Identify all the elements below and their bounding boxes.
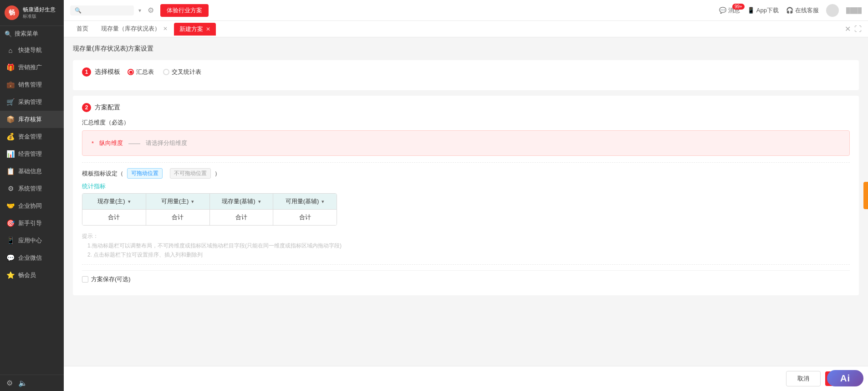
app-edition: 标准版 <box>23 13 56 20</box>
stats-col-0-header-label: 现存量(主) <box>97 197 125 206</box>
tab-home-label: 首页 <box>77 25 88 33</box>
tips-area: 提示： 1.拖动标题栏可以调整布局，不可跨维度或指标区域拖动栏目字段(只能在同一… <box>82 232 850 259</box>
sidebar-item-new-guide[interactable]: 🎯 新手引导 <box>0 215 64 232</box>
dimension-section-label: 汇总维度（必选） <box>82 118 850 127</box>
username-label: ████ <box>846 7 862 14</box>
divider2 <box>82 264 850 265</box>
stats-col-1: 可用量(主) ▾ 合计 <box>146 194 210 225</box>
main-area: 🔍 ▾ ⚙ 体验行业方案 💬 消息 99+ 📱 App下载 🎧 在线客服 ███… <box>64 0 868 391</box>
indicator-chip-movable: 可拖动位置 <box>127 168 163 179</box>
inventory-icon: 📦 <box>6 115 15 123</box>
sidebar-search-menu[interactable]: 🔍 搜索菜单 <box>0 26 64 41</box>
step1-badge: 1 <box>82 67 91 77</box>
message-btn[interactable]: 💬 消息 99+ <box>719 6 740 15</box>
step1-header: 1 选择模板 汇总表 交叉统计表 <box>82 67 850 77</box>
step1-card: 1 选择模板 汇总表 交叉统计表 <box>73 60 859 90</box>
sound-icon[interactable]: 🔈 <box>18 379 27 387</box>
chevron-down-icon-0: ▾ <box>128 199 131 205</box>
sidebar-item-basic-info[interactable]: 📋 基础信息 <box>0 163 64 180</box>
stats-col-2-header-label: 现存量(基辅) <box>222 197 255 206</box>
sidebar-item-label: 企业微信 <box>18 254 42 262</box>
stats-col-0-header[interactable]: 现存量(主) ▾ <box>82 194 146 210</box>
topbar-search-icon: 🔍 <box>75 7 82 14</box>
app-logo-icon: 畅 <box>5 5 19 20</box>
sidebar-item-member[interactable]: ⭐ 畅会员 <box>0 267 64 284</box>
stats-col-1-body: 合计 <box>146 210 209 225</box>
right-panel-handle[interactable] <box>863 182 868 209</box>
stats-col-3: 可用量(基辅) ▾ 合计 <box>273 194 337 225</box>
save-checkbox[interactable] <box>82 276 88 283</box>
stats-col-3-header-label: 可用量(基辅) <box>286 197 319 206</box>
radio-cross-label: 交叉统计表 <box>172 68 201 76</box>
indicator-chip-fixed: 不可拖动位置 <box>170 168 211 179</box>
stats-col-1-header[interactable]: 可用量(主) ▾ <box>146 194 209 210</box>
member-icon: ⭐ <box>6 271 15 279</box>
user-avatar[interactable] <box>826 4 839 17</box>
radio-summary[interactable]: 汇总表 <box>128 68 154 76</box>
tab-inventory[interactable]: 现存量（库存状况表） ✕ <box>95 22 174 36</box>
topbar-gear-icon[interactable]: ⚙ <box>148 6 154 15</box>
sidebar-nav: ⌂ 快捷导航 🎁 营销推广 💼 销售管理 🛒 采购管理 📦 库存核算 💰 资金管… <box>0 41 64 375</box>
dimension-vertical-label: 纵向维度 <box>99 139 123 147</box>
cart-icon: 🛒 <box>6 98 15 106</box>
home-icon: ⌂ <box>6 46 15 54</box>
sidebar-item-label: 企业协同 <box>18 202 42 210</box>
save-label: 方案保存(可选) <box>91 275 131 283</box>
sidebar-item-inventory[interactable]: 📦 库存核算 <box>0 111 64 128</box>
sales-icon: 💼 <box>6 81 15 89</box>
sidebar-item-quick-nav[interactable]: ⌂ 快捷导航 <box>0 41 64 59</box>
app-icon: 📱 <box>6 237 15 245</box>
tips-item-0: 1.拖动标题栏可以调整布局，不可跨维度或指标区域拖动栏目字段(只能在同一维度或指… <box>82 242 850 250</box>
stats-col-2-body: 合计 <box>210 210 273 225</box>
stats-col-2-header[interactable]: 现存量(基辅) ▾ <box>210 194 273 210</box>
close-window-btn[interactable]: ✕ <box>845 25 851 33</box>
chart-icon: 📊 <box>6 150 15 158</box>
wechat-icon: 💬 <box>6 254 15 262</box>
mobile-icon: 📱 <box>747 7 755 14</box>
sidebar-logo-text-block: 畅康通好生意 标准版 <box>23 6 56 20</box>
tab-inventory-close[interactable]: ✕ <box>163 26 168 32</box>
stats-col-3-header[interactable]: 可用量(基辅) ▾ <box>273 194 337 210</box>
ai-badge[interactable]: Ai <box>827 370 863 386</box>
radio-summary-dot <box>128 69 134 75</box>
expand-window-btn[interactable]: ⛶ <box>854 25 862 33</box>
industry-btn[interactable]: 体验行业方案 <box>160 4 209 17</box>
stats-col-0: 现存量(主) ▾ 合计 <box>82 194 146 225</box>
sidebar-item-label: 销售管理 <box>18 81 42 89</box>
sidebar-logo: 畅 畅康通好生意 标准版 <box>0 0 64 26</box>
sidebar-item-sales[interactable]: 💼 销售管理 <box>0 76 64 93</box>
dimension-required-star: * <box>92 140 94 147</box>
dimension-area[interactable]: * 纵向维度 —— 请选择分组维度 <box>82 130 850 156</box>
settings-footer-icon[interactable]: ⚙ <box>6 379 13 387</box>
sidebar-item-finance[interactable]: 💰 资金管理 <box>0 128 64 145</box>
tab-new-scheme-close[interactable]: ✕ <box>206 26 210 32</box>
tab-home[interactable]: 首页 <box>70 22 95 36</box>
sidebar-item-purchase[interactable]: 🛒 采购管理 <box>0 93 64 111</box>
topbar-chevron-icon[interactable]: ▾ <box>138 7 141 14</box>
sidebar-item-label: 资金管理 <box>18 133 42 141</box>
chevron-down-icon-3: ▾ <box>322 199 324 205</box>
sidebar-item-app-center[interactable]: 📱 应用中心 <box>0 232 64 249</box>
sidebar-item-marketing[interactable]: 🎁 营销推广 <box>0 59 64 76</box>
app-download-btn[interactable]: 📱 App下载 <box>747 6 779 15</box>
sidebar-item-business[interactable]: 📊 经营管理 <box>0 145 64 163</box>
radio-cross[interactable]: 交叉统计表 <box>163 68 201 76</box>
sidebar-item-label: 快捷导航 <box>18 46 42 54</box>
save-checkbox-row: 方案保存(可选) <box>82 270 850 288</box>
stats-section-title: 统计指标 <box>82 182 850 190</box>
chevron-down-icon-1: ▾ <box>191 199 194 205</box>
guide-icon: 🎯 <box>6 219 15 227</box>
sidebar-item-label: 采购管理 <box>18 98 42 106</box>
sidebar-item-system[interactable]: ⚙ 系统管理 <box>0 180 64 197</box>
search-icon: 🔍 <box>5 31 12 37</box>
app-name: 畅康通好生意 <box>23 6 56 14</box>
cancel-button[interactable]: 取消 <box>786 371 821 386</box>
sidebar-item-wechat[interactable]: 💬 企业微信 <box>0 249 64 267</box>
sidebar-item-label: 营销推广 <box>18 63 42 72</box>
tab-new-scheme[interactable]: 新建方案 ✕ <box>174 23 216 36</box>
topbar-search[interactable]: 🔍 <box>70 5 134 15</box>
online-service-btn[interactable]: 🎧 在线客服 <box>786 6 819 15</box>
sidebar-item-enterprise-collab[interactable]: 🤝 企业协同 <box>0 197 64 215</box>
radio-summary-label: 汇总表 <box>136 68 154 76</box>
sidebar-item-label: 基础信息 <box>18 167 42 175</box>
